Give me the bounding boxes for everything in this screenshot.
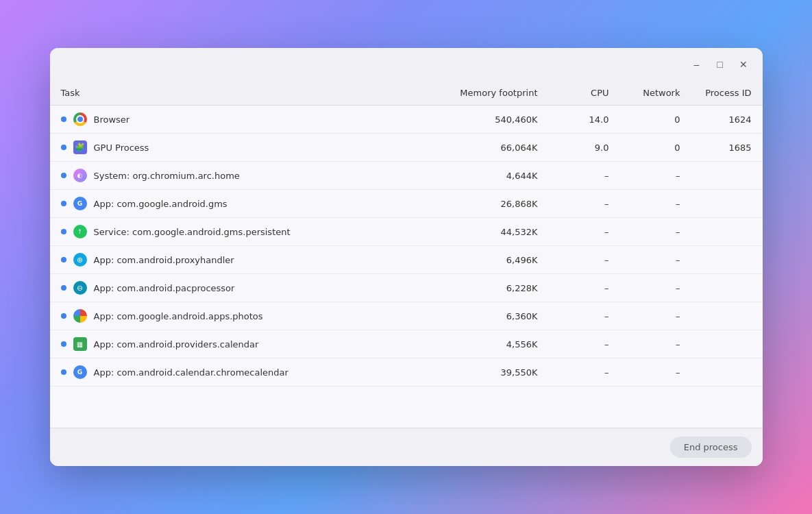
process-table-container: Task Memory footprint CPU Network Proces… xyxy=(50,81,763,428)
network-cell: – xyxy=(620,218,691,246)
status-dot xyxy=(61,341,66,347)
process-name: App: com.android.calendar.chromecalendar xyxy=(94,367,288,378)
cpu-cell: – xyxy=(549,218,620,246)
pid-cell xyxy=(691,302,763,330)
memory-cell: 4,556K xyxy=(442,330,549,358)
table-row[interactable]: G App: com.google.android.gms 26,868K – … xyxy=(50,190,763,218)
memory-cell: 26,868K xyxy=(442,190,549,218)
end-process-button[interactable]: End process xyxy=(670,437,752,458)
status-dot xyxy=(61,313,66,319)
cpu-cell: – xyxy=(549,246,620,274)
process-name: App: com.google.android.gms xyxy=(94,199,227,209)
table-row[interactable]: ◐ System: org.chromium.arc.home 4,644K –… xyxy=(50,162,763,190)
chrome-icon xyxy=(73,112,87,126)
column-header-task[interactable]: Task xyxy=(50,81,442,106)
table-row[interactable]: Browser 540,460K 14.0 0 1624 xyxy=(50,106,763,134)
status-dot xyxy=(61,257,66,262)
cpu-cell: – xyxy=(549,190,620,218)
bottom-bar: End process xyxy=(50,428,763,466)
pac-icon: ⊖ xyxy=(73,281,87,295)
status-dot xyxy=(61,229,66,234)
process-name: GPU Process xyxy=(94,143,149,153)
status-dot xyxy=(61,201,66,206)
minimize-button[interactable]: – xyxy=(687,55,706,74)
pid-cell xyxy=(691,190,763,218)
process-table: Task Memory footprint CPU Network Proces… xyxy=(50,81,763,387)
network-cell: – xyxy=(620,246,691,274)
memory-cell: 6,360K xyxy=(442,302,549,330)
process-name: App: com.google.android.apps.photos xyxy=(94,311,263,321)
pid-cell: 1685 xyxy=(691,134,763,162)
network-cell: – xyxy=(620,330,691,358)
table-row[interactable]: ⊖ App: com.android.pacprocessor 6,228K –… xyxy=(50,274,763,302)
network-cell: 0 xyxy=(620,134,691,162)
cpu-cell: – xyxy=(549,274,620,302)
network-cell: 0 xyxy=(620,106,691,134)
calendar-icon: ▦ xyxy=(73,337,87,351)
table-row[interactable]: ↑ Service: com.google.android.gms.persis… xyxy=(50,218,763,246)
title-bar: – □ ✕ xyxy=(50,48,763,81)
cpu-cell: 14.0 xyxy=(549,106,620,134)
task-manager-window: – □ ✕ Task Memory footprint CPU Network … xyxy=(50,48,763,466)
task-name-cell: App: com.google.android.apps.photos xyxy=(50,302,442,330)
table-row[interactable]: ▦ App: com.android.providers.calendar 4,… xyxy=(50,330,763,358)
cpu-cell: – xyxy=(549,330,620,358)
proxy-icon: ⊕ xyxy=(73,253,87,267)
memory-cell: 540,460K xyxy=(442,106,549,134)
table-row[interactable]: 🧩 GPU Process 66,064K 9.0 0 1685 xyxy=(50,134,763,162)
memory-cell: 6,228K xyxy=(442,274,549,302)
pid-cell: 1624 xyxy=(691,106,763,134)
task-name-cell: G App: com.google.android.gms xyxy=(50,190,442,218)
task-name-cell: Browser xyxy=(50,106,442,134)
network-cell: – xyxy=(620,190,691,218)
table-header-row: Task Memory footprint CPU Network Proces… xyxy=(50,81,763,106)
column-header-cpu[interactable]: CPU xyxy=(549,81,620,106)
pid-cell xyxy=(691,162,763,190)
status-dot xyxy=(61,369,66,375)
process-name: System: org.chromium.arc.home xyxy=(94,171,240,181)
pid-cell xyxy=(691,358,763,387)
column-header-network[interactable]: Network xyxy=(620,81,691,106)
cpu-cell: – xyxy=(549,358,620,387)
column-header-memory[interactable]: Memory footprint xyxy=(442,81,549,106)
table-row[interactable]: G App: com.android.calendar.chromecalend… xyxy=(50,358,763,387)
close-button[interactable]: ✕ xyxy=(734,55,753,74)
pid-cell xyxy=(691,218,763,246)
task-name-cell: 🧩 GPU Process xyxy=(50,134,442,162)
status-dot xyxy=(61,173,66,178)
task-name-cell: ↑ Service: com.google.android.gms.persis… xyxy=(50,218,442,246)
maximize-button[interactable]: □ xyxy=(711,55,730,74)
task-name-cell: ⊕ App: com.android.proxyhandler xyxy=(50,246,442,274)
pid-cell xyxy=(691,330,763,358)
puzzle-icon: 🧩 xyxy=(73,140,87,154)
gms-icon: G xyxy=(73,365,87,379)
network-cell: – xyxy=(620,358,691,387)
cpu-cell: 9.0 xyxy=(549,134,620,162)
status-dot xyxy=(61,285,66,291)
table-row[interactable]: ⊕ App: com.android.proxyhandler 6,496K –… xyxy=(50,246,763,274)
service-icon: ↑ xyxy=(73,225,87,238)
process-name: Service: com.google.android.gms.persiste… xyxy=(94,227,291,237)
process-name: App: com.android.providers.calendar xyxy=(94,339,259,350)
process-name: Browser xyxy=(94,114,130,125)
cpu-cell: – xyxy=(549,162,620,190)
gms-icon: G xyxy=(73,197,87,210)
memory-cell: 6,496K xyxy=(442,246,549,274)
memory-cell: 44,532K xyxy=(442,218,549,246)
task-name-cell: ◐ System: org.chromium.arc.home xyxy=(50,162,442,190)
status-dot xyxy=(61,145,66,150)
network-cell: – xyxy=(620,274,691,302)
table-row[interactable]: App: com.google.android.apps.photos 6,36… xyxy=(50,302,763,330)
cpu-cell: – xyxy=(549,302,620,330)
status-dot xyxy=(61,117,66,122)
network-cell: – xyxy=(620,302,691,330)
memory-cell: 39,550K xyxy=(442,358,549,387)
column-header-pid[interactable]: Process ID xyxy=(691,81,763,106)
task-name-cell: ▦ App: com.android.providers.calendar xyxy=(50,330,442,358)
memory-cell: 66,064K xyxy=(442,134,549,162)
memory-cell: 4,644K xyxy=(442,162,549,190)
arc-icon: ◐ xyxy=(73,169,87,182)
process-name: App: com.android.proxyhandler xyxy=(94,255,234,265)
task-name-cell: ⊖ App: com.android.pacprocessor xyxy=(50,274,442,302)
task-name-cell: G App: com.android.calendar.chromecalend… xyxy=(50,358,442,387)
